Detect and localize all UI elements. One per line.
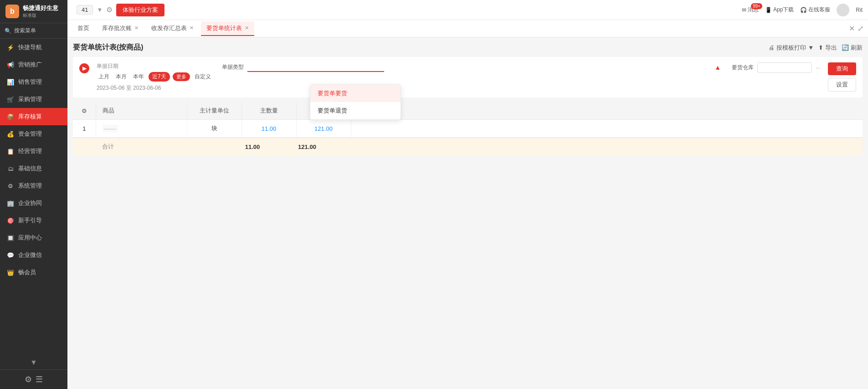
app-label: App下载 [773,6,794,14]
sidebar-item-purchase[interactable]: 🛒采购管理 [0,91,67,108]
finance-icon: 💰 [6,131,15,138]
sidebar-item-label-purchase: 采购管理 [18,95,42,103]
tabbar-end: ✕ ⤢ [849,24,863,33]
sidebar-bottom: ⚙ ☰ [0,369,67,389]
topbar-chevron-icon[interactable]: ▼ [97,6,103,13]
sidebar-item-system[interactable]: ⚙系统管理 [0,177,67,194]
sidebar-item-app-center[interactable]: 🔲应用中心 [0,229,67,246]
filter-expand-button[interactable]: ▶ [79,63,89,73]
sidebar-item-guide[interactable]: 🎯新手引导 [0,212,67,229]
date-this-month[interactable]: 本月 [114,72,128,82]
tab-close-inventory-batch[interactable]: ✕ [134,25,139,31]
dropdown-item-purchase[interactable]: 要货单要货 [310,85,401,102]
expand-tab-button[interactable]: ⤢ [858,24,863,33]
tab-label-receipts-summary: 收发存汇总表 [151,24,187,32]
sidebar-item-finance[interactable]: 💰资金管理 [0,125,67,143]
date-last-7-days[interactable]: 近7天 [149,72,170,82]
date-options: 上月 本月 本年 近7天 更多 自定义 [97,72,213,82]
query-button[interactable]: 查询 [828,62,856,75]
footer-label: 合计 [79,143,170,151]
type-chevron-icon[interactable]: ▲ [714,64,721,71]
tab-receipts-summary[interactable]: 收发存汇总表✕ [146,21,199,36]
filter-row: 单据日期 上月 本月 本年 近7天 更多 自定义 2023-05-06 至 20… [97,62,821,92]
close-tab-button[interactable]: ✕ [849,24,855,33]
sidebar-nav: ⚡快捷导航📢营销推广📊销售管理🛒采购管理📦库存核算💰资金管理📋经营管理🗂基础信息… [0,39,67,356]
service-label: 在线客服 [808,6,830,14]
refresh-button[interactable]: 🔄 刷新 [842,44,863,52]
search-menu-button[interactable]: 🔍 搜索菜单 [5,27,63,35]
col-settings[interactable]: ⚙ [73,102,96,120]
sidebar-item-label-operation: 经营管理 [18,147,42,155]
tab-label-home: 首页 [77,24,89,32]
topbar-gear-icon[interactable]: ⚙ [106,5,113,14]
settings-bottom-button[interactable]: ⚙ [25,374,32,384]
tab-inventory-batch[interactable]: 库存批次账✕ [97,21,144,36]
topbar-right: ✉ 消息 99+ 📱 App下载 🎧 在线客服 Rit [742,4,863,16]
setting-button[interactable]: 设置 [828,78,856,92]
tab-close-receipts-summary[interactable]: ✕ [190,25,194,31]
footer-qty: 11.00 [225,143,280,150]
col-unit: 主计量单位 [187,102,241,120]
page-title: 要货单统计表(按商品) [73,43,144,52]
topbar-num: 41 [77,5,93,15]
type-dropdown: 要货单要货 要货单退货 [310,84,401,120]
date-last-month[interactable]: 上月 [97,72,111,82]
sidebar-item-label-inventory: 库存核算 [18,113,42,121]
tab-home[interactable]: 首页 [72,21,95,36]
data-table: ⚙ 商品 主计量单位 主数量 零售金额 1 —— 块 11.00 121.00 [73,102,863,138]
tab-order-stats[interactable]: 要货单统计表✕ [201,21,254,36]
sidebar-item-label-app-center: 应用中心 [18,234,42,242]
app-download-button[interactable]: 📱 App下载 [765,6,794,14]
export-icon: ⬆ [818,44,823,51]
sidebar-search-container: 🔍 搜索菜单 [0,23,67,39]
date-filter-group: 单据日期 上月 本月 本年 近7天 更多 自定义 2023-05-06 至 20… [97,62,213,92]
basic-icon: 🗂 [6,165,15,172]
sidebar-item-sales[interactable]: 📊销售管理 [0,73,67,91]
message-button[interactable]: ✉ 消息 99+ [742,6,759,14]
print-label: 按模板打印 [776,44,806,52]
sidebar-item-label-finance: 资金管理 [18,130,42,138]
dropdown-item-return[interactable]: 要货单退货 [310,102,401,119]
username-label[interactable]: Rit [856,7,863,13]
operation-icon: 📋 [6,148,15,155]
inventory-icon: 📦 [6,113,15,120]
filter-actions: 查询 设置 [828,62,856,92]
service-icon: 🎧 [800,7,807,13]
date-this-year[interactable]: 本年 [131,72,146,82]
tab-close-order-stats[interactable]: ✕ [245,25,249,31]
sidebar-item-wecom[interactable]: 💬企业微信 [0,246,67,264]
customer-service-button[interactable]: 🎧 在线客服 [800,6,830,14]
purchase-icon: 🛒 [6,96,15,103]
sidebar-item-quick-nav[interactable]: ⚡快捷导航 [0,39,67,56]
export-button[interactable]: ⬆ 导出 [818,44,837,52]
cell-amount-0: 121.00 [296,120,351,138]
trial-button[interactable]: 体验行业方案 [116,4,164,16]
topbar-left: 41 ▼ ⚙ 体验行业方案 [73,4,738,16]
sidebar-item-label-wecom: 企业微信 [18,251,42,259]
menu-toggle-button[interactable]: ☰ [36,374,43,384]
table-footer: 合计 11.00 121.00 [73,138,863,155]
filter-bar: ▶ 单据日期 上月 本月 本年 近7天 更多 自定义 2023-05-06 至 … [73,57,863,97]
sidebar-item-label-system: 系统管理 [18,182,42,190]
warehouse-filter-input[interactable] [757,62,812,73]
sidebar-item-enterprise[interactable]: 🏢企业协同 [0,194,67,212]
app-center-icon: 🔲 [6,235,15,241]
print-button[interactable]: 🖨 按模板打印 ▼ [769,44,814,52]
sidebar-item-inventory[interactable]: 📦库存核算 [0,108,67,125]
date-more-button[interactable]: 更多 [173,72,190,81]
sidebar-scroll-down[interactable]: ▼ [0,356,67,369]
user-avatar[interactable] [837,4,849,16]
sidebar-item-operation[interactable]: 📋经营管理 [0,143,67,160]
refresh-label: 刷新 [851,44,863,52]
col-empty [351,102,863,120]
cell-product-0: —— [96,120,187,138]
topbar: 41 ▼ ⚙ 体验行业方案 ✉ 消息 99+ 📱 App下载 🎧 在线客服 Ri… [67,0,868,20]
warehouse-more-icon[interactable]: ··· [816,64,821,71]
type-filter-input[interactable] [247,62,384,72]
sidebar-item-marketing[interactable]: 📢营销推广 [0,56,67,73]
logo-icon: b [5,5,19,18]
sidebar-item-member[interactable]: 👑畅会员 [0,264,67,281]
date-custom[interactable]: 自定义 [193,72,213,82]
sidebar-item-basic[interactable]: 🗂基础信息 [0,160,67,177]
sidebar-item-label-quick-nav: 快捷导航 [18,43,42,51]
